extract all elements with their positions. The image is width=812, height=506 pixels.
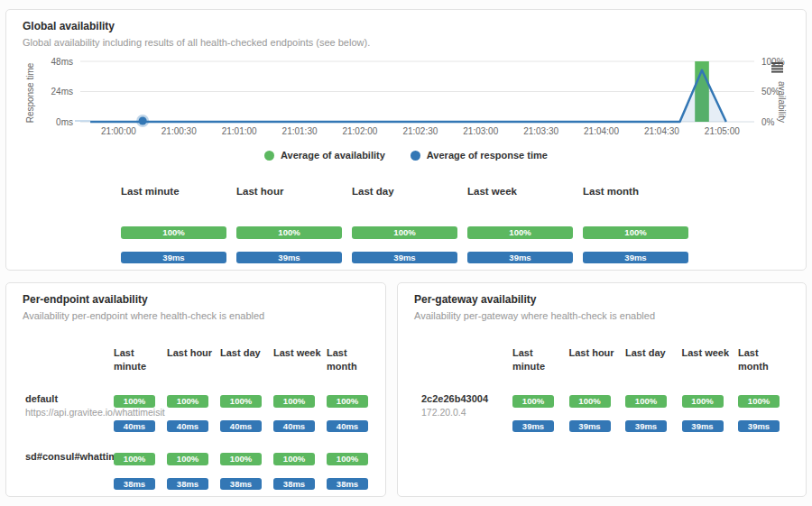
availability-badge: 100% — [220, 395, 262, 408]
response-time-badge: 39ms — [583, 252, 688, 263]
availability-badge: 100% — [273, 395, 315, 408]
legend-item[interactable]: Average of availability — [264, 150, 385, 161]
response-time-badge: 38ms — [327, 478, 368, 490]
row-detail: 172.20.0.4 — [421, 407, 466, 418]
availability-badge: 100% — [682, 395, 724, 408]
column-header: Last day — [220, 346, 272, 360]
panel-title: Per-gateway availability — [414, 293, 536, 306]
y-right-tick: 0% — [761, 117, 775, 127]
response-time-line — [90, 70, 726, 122]
x-tick: 21:01:30 — [282, 126, 318, 136]
availability-badge: 100% — [569, 395, 611, 408]
stat-label: Last hour — [236, 186, 342, 197]
stat-group-last-hour: Last hour100%39ms — [236, 186, 342, 197]
availability-badge: 100% — [167, 453, 208, 465]
response-time-area — [90, 70, 726, 122]
availability-badge: 100% — [114, 453, 155, 465]
availability-badge: 100% — [114, 395, 155, 408]
panel-title: Global availability — [23, 20, 115, 32]
legend-dot-icon — [411, 151, 420, 161]
x-tick: 21:01:00 — [222, 126, 257, 136]
availability-badge: 100% — [738, 395, 780, 408]
stat-label: Last month — [583, 186, 688, 197]
column-header: Last week — [273, 346, 326, 360]
x-tick: 21:02:00 — [342, 126, 377, 136]
row-name: 2c2e26b43004 — [421, 393, 488, 404]
response-time-badge: 38ms — [220, 478, 262, 490]
y-left-tick: 0ms — [56, 117, 73, 127]
availability-badge: 100% — [327, 395, 368, 408]
response-time-badge: 40ms — [327, 420, 368, 432]
column-header: Last hour — [167, 346, 219, 360]
panel-subtitle: Availability per-gateway where health-ch… — [414, 310, 655, 321]
stat-group-last-month: Last month100%39ms — [583, 186, 688, 197]
stat-label: Last day — [352, 186, 457, 197]
data-point-marker — [139, 117, 147, 125]
panel-title: Per-endpoint availability — [23, 293, 148, 306]
response-time-badge: 39ms — [569, 420, 611, 432]
column-header: Last minute — [114, 346, 166, 373]
y-right-axis-title: availability — [777, 81, 787, 123]
availability-badge: 100% — [512, 395, 554, 408]
x-tick: 21:05:00 — [705, 126, 740, 136]
x-tick: 21:03:30 — [523, 126, 558, 136]
availability-badge: 100% — [220, 453, 262, 465]
response-time-badge: 39ms — [512, 420, 554, 432]
availability-badge: 100% — [273, 453, 315, 465]
y-left-tick: 48ms — [51, 57, 73, 67]
y-left-axis-title: Response time — [25, 62, 35, 123]
per-endpoint-availability-panel: Per-endpoint availability Availability p… — [5, 282, 386, 497]
legend-item[interactable]: Average of response time — [411, 150, 548, 161]
stat-group-last-day: Last day100%39ms — [352, 186, 457, 197]
x-tick: 21:04:30 — [644, 126, 679, 136]
availability-badge: 100% — [327, 453, 368, 465]
legend-label: Average of availability — [281, 150, 385, 161]
y-left-tick: 24ms — [51, 87, 73, 97]
response-time-badge: 39ms — [236, 252, 342, 263]
response-time-badge: 38ms — [273, 478, 315, 490]
column-header: Last hour — [569, 346, 622, 360]
response-time-badge: 40ms — [273, 420, 315, 432]
stat-label: Last week — [467, 186, 573, 197]
row-name: default — [25, 393, 58, 404]
x-tick: 21:03:00 — [463, 126, 498, 136]
stat-label: Last minute — [121, 186, 226, 197]
column-header: Last day — [625, 346, 678, 360]
response-time-badge: 39ms — [682, 420, 724, 432]
response-time-badge: 39ms — [121, 252, 226, 263]
chart-legend: Average of availabilityAverage of respon… — [6, 150, 806, 161]
chart-menu-icon[interactable] — [771, 62, 783, 73]
availability-badge: 100% — [625, 395, 667, 408]
x-tick: 21:02:30 — [402, 126, 438, 136]
x-tick: 21:00:00 — [101, 126, 136, 136]
response-time-badge: 39ms — [352, 252, 457, 263]
stat-group-last-minute: Last minute100%39ms — [121, 186, 226, 197]
column-header: Last minute — [512, 346, 565, 373]
row-detail: https://api.gravitee.io/whattimeisit — [25, 407, 165, 418]
response-time-badge: 38ms — [167, 478, 208, 490]
availability-badge: 100% — [121, 226, 226, 239]
response-time-badge: 39ms — [625, 420, 667, 432]
global-availability-panel: Global availability Global availability … — [5, 9, 807, 271]
response-time-badge: 40ms — [114, 420, 155, 432]
legend-label: Average of response time — [427, 150, 548, 161]
column-header: Last month — [738, 346, 790, 373]
response-time-badge: 40ms — [167, 420, 208, 432]
availability-badge: 100% — [352, 226, 457, 239]
stat-group-last-week: Last week100%39ms — [467, 186, 573, 197]
x-tick: 21:00:30 — [161, 126, 197, 136]
x-tick: 21:04:00 — [584, 126, 619, 136]
legend-dot-icon — [264, 151, 274, 161]
availability-badge: 100% — [583, 226, 688, 239]
response-time-badge: 39ms — [467, 252, 573, 263]
column-header: Last week — [682, 346, 734, 360]
response-time-badge: 40ms — [220, 420, 262, 432]
panel-subtitle: Availability per-endpoint where health-c… — [23, 310, 264, 321]
panel-subtitle: Global availability including results of… — [23, 37, 370, 48]
availability-badge: 100% — [467, 226, 573, 239]
y-right-tick: 100% — [761, 57, 785, 67]
response-time-badge: 39ms — [738, 420, 780, 432]
response-time-badge: 38ms — [114, 478, 155, 490]
availability-chart: 0ms24ms48ms0%50%100%Response timeavailab… — [6, 51, 807, 147]
availability-badge: 100% — [236, 226, 342, 239]
